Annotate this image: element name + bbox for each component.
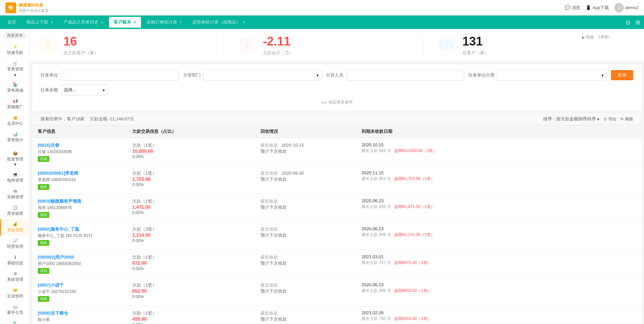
tab-minimize-btn[interactable]: ⊟ xyxy=(624,19,632,26)
debt-amount-1[interactable]: 1,703.68 xyxy=(132,176,260,182)
chevron-down-icon: ▾ xyxy=(316,73,319,78)
overdue-amount-5[interactable]: 超期¥652.00（1笔） xyxy=(394,288,431,293)
tab-close-icon[interactable]: ✕ xyxy=(179,20,182,25)
debt-percent-4: 0.00% xyxy=(132,266,260,271)
customer-name-4[interactable]: [000002]用户2050 xyxy=(38,254,132,260)
help-btn[interactable]: ? 帮助 xyxy=(598,34,609,40)
debt-amount-0[interactable]: 10,000.00 xyxy=(132,148,260,154)
balance-select[interactable]: 选择... ▾ xyxy=(61,85,108,95)
debt-amount-6[interactable]: 455.90 xyxy=(132,316,260,322)
user-avatar[interactable]: D demo2 xyxy=(614,3,639,12)
refresh-btn[interactable]: ↻ 刷新 xyxy=(620,116,633,122)
sidebar-item-wholesale[interactable]: 📦 批发管理 ▼ xyxy=(0,148,29,170)
sidebar-item-app-center[interactable]: 🔧 应用中心 xyxy=(0,318,29,324)
customer-name-1[interactable]: [0001020001]李老师 xyxy=(38,170,132,176)
result-bar: 搜索结果中，客户16家 欠款金额 -21,148.07元 排序：按欠款金额倒序排… xyxy=(32,113,641,125)
customer-tag-1: 现销 xyxy=(38,184,49,190)
debt-count-4: 欠款（1笔） xyxy=(132,254,260,260)
debt-info-cell: 欠款（1笔） 1,703.68 0.00% xyxy=(132,170,260,187)
debt-amount-4[interactable]: 672.00 xyxy=(132,260,260,266)
tab-bar: 首页 商品上下架 ✕ 产成品入库单历史 ✕ 客户账本 ✕ 采购订单统计表 ✕ 进… xyxy=(0,16,644,29)
tab-customer-account[interactable]: 客户账本 ✕ xyxy=(109,17,141,28)
debt-amount-5[interactable]: 652.00 xyxy=(132,288,260,294)
tab-expand-btn[interactable]: ⊞ xyxy=(634,19,641,26)
collection-info-6: 最近收款 xyxy=(260,310,362,316)
search-btn[interactable]: 查询 xyxy=(611,70,633,80)
sidebar-item-quick-nav[interactable]: ⚡ 快捷导航 xyxy=(0,42,29,58)
debtors-count: 16 xyxy=(63,34,210,49)
tab-purchase-order[interactable]: 采购订单统计表 ✕ xyxy=(142,17,187,28)
overdue-amount-0[interactable]: 超期¥10,000.00（1笔） xyxy=(394,148,437,153)
export-btn[interactable]: ⊙ 导出 xyxy=(604,116,616,122)
stats-row: ¥ 16 总欠款客户（家） ✦ -2.11 欠款合计 xyxy=(30,29,644,62)
tab-close-icon[interactable]: ✕ xyxy=(101,20,104,25)
sidebar-item-inventory[interactable]: 📋 库存核算 xyxy=(0,203,29,219)
overdue-amount-3[interactable]: 超期¥1,214.00（3笔） xyxy=(394,232,435,237)
operations-icon: 📈 xyxy=(13,238,18,243)
overdue-cell: 2021.02.26 最长欠款 750 天 超期¥455.90（1笔） xyxy=(362,310,636,322)
sidebar-item-operations[interactable]: 📈 经营管理 xyxy=(0,236,29,252)
overdue-date-4: 2021.03.01 xyxy=(362,254,636,259)
unit-input[interactable]: ··· xyxy=(61,70,179,81)
sort-select[interactable]: 排序：按欠款金额倒序排序 ▾ xyxy=(543,116,599,122)
category-select[interactable]: ▾ xyxy=(497,70,607,81)
sidebar-item-finance[interactable]: 💰 资金管理 xyxy=(0,219,29,236)
overdue-cell: 2021.03.01 最长欠款 747 天 超期¥672.00（1笔） xyxy=(362,254,636,266)
retail-mgmt-icon: 🛒 xyxy=(13,61,18,66)
collapse-row[interactable]: ∧∧ 收起更多条件 xyxy=(40,99,633,105)
sidebar-item-basic-info[interactable]: ℹ 基础信息 xyxy=(0,252,29,269)
tab-close-icon[interactable]: ✕ xyxy=(243,20,246,25)
sidebar-item-purchase[interactable]: 🛍 采购管理 xyxy=(0,186,29,203)
tab-close-icon[interactable]: ✕ xyxy=(133,20,136,25)
customer-tag-0: 现销 xyxy=(38,156,49,162)
customer-name-5[interactable]: [0007]小进千 xyxy=(38,282,132,288)
messages-btn[interactable]: 💬 消息 xyxy=(565,5,580,11)
stat-icon-1: ¥ xyxy=(38,35,58,55)
person-input[interactable]: ··· xyxy=(346,70,465,81)
customer-phone-0: 吕俊 13026203696 xyxy=(38,149,132,155)
tab-goods[interactable]: 商品上下架 ✕ xyxy=(22,17,58,28)
debt-amount-3[interactable]: 1,214.00 xyxy=(132,232,260,238)
sidebar-item-member[interactable]: 👑 会员中心 xyxy=(0,113,29,129)
tab-production[interactable]: 产成品入库单历史 ✕ xyxy=(59,17,108,28)
svg-rect-7 xyxy=(450,42,454,49)
sidebar-item-system[interactable]: ⚙ 系统管理 xyxy=(0,269,29,285)
tab-stock-stats[interactable]: 进货单统计表（按商品） ✕ xyxy=(188,17,250,28)
sort-label: 排序：按欠款金额倒序排序 xyxy=(543,116,596,122)
search-input[interactable] xyxy=(3,32,27,39)
debt-amount-2[interactable]: 1,471.00 xyxy=(132,204,260,210)
app-download-btn[interactable]: 📱 App下载 xyxy=(586,5,609,11)
debt-percent-2: 0.00% xyxy=(132,210,260,215)
table-row: [0016]吕俊 吕俊 13026203696 现销 欠款（1笔） 10,000… xyxy=(32,138,641,166)
tab-home[interactable]: 首页 xyxy=(3,17,21,28)
sidebar-item-collab[interactable]: 🤝 企业协同 xyxy=(0,285,29,302)
debt-info-cell: 欠款（3笔） 1,214.00 0.00% xyxy=(132,226,260,243)
customer-name-6[interactable]: [0006]去下粮仓 xyxy=(38,310,132,316)
sidebar-item-retail-mgmt[interactable]: 🛒 零售管理 ▲ xyxy=(0,58,29,80)
overdue-cell: 2020.11.15 最长欠款 853 天 超期¥1,703.68（1笔） xyxy=(362,170,636,182)
sidebar-item-ecommerce[interactable]: 💻 电商管理 xyxy=(0,170,29,186)
sidebar-search-area xyxy=(0,29,29,42)
sidebar-item-guide[interactable]: 📖 新手引导 xyxy=(0,302,29,318)
overdue-amount-1[interactable]: 超期¥1,703.68（1笔） xyxy=(394,176,435,181)
collection-cell: 最近收款 预计下次收款 xyxy=(260,226,362,238)
customer-info-cell: [0016]吕俊 吕俊 13026203696 现销 xyxy=(38,142,132,162)
arrow-icon2: ▼ xyxy=(13,162,17,167)
overdue-amount-4[interactable]: 超期¥672.00（1笔） xyxy=(394,260,431,265)
sidebar-item-marketing[interactable]: 📢 营销推广 xyxy=(0,96,29,113)
customer-name-0[interactable]: [0016]吕俊 xyxy=(38,142,132,148)
arrow-icon: ▲ xyxy=(13,72,17,77)
dept-select[interactable]: ▾ xyxy=(203,70,322,81)
overdue-amount-6[interactable]: 超期¥455.90（1笔） xyxy=(394,316,431,321)
sidebar-item-retail-mall[interactable]: 🏪 零售商城 xyxy=(0,80,29,96)
collection-cell: 最近收款 预计下次收款 xyxy=(260,254,362,266)
customer-name-3[interactable]: [0002]服务中心_丁磊 xyxy=(38,226,132,232)
overdue-amount-2[interactable]: 超期¥1,471.00（1笔） xyxy=(394,204,435,209)
video-btn[interactable]: ▶ 视频 xyxy=(582,34,594,40)
tab-close-icon[interactable]: ✕ xyxy=(50,20,53,25)
col-customer-info: 客户信息 xyxy=(38,128,132,135)
filter-item-unit: 往来单位 ··· xyxy=(40,70,179,81)
customer-name-2[interactable]: [0003]畅捷服务尹海燕 xyxy=(38,198,132,204)
sidebar-item-retail-stats[interactable]: 📊 零售统计 xyxy=(0,129,29,146)
logo-area: 畅 畅捷通好生意 母婴行业演示套装 xyxy=(5,2,49,13)
